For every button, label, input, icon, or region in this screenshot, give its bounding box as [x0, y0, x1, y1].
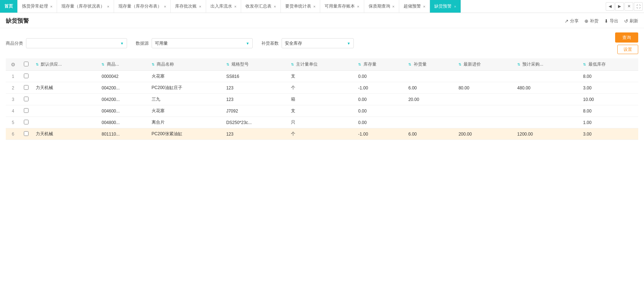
row-spec-5: DS250*23c...: [223, 117, 287, 128]
tab-inout[interactable]: 出入库流水 ×: [206, 0, 241, 13]
sort-icon-est: ⇅: [517, 62, 520, 66]
row-stock-2: -1.00: [354, 82, 405, 94]
col-replenish-qty[interactable]: ⇅ 补货量: [405, 58, 455, 71]
export-btn[interactable]: ⬇ 导出: [604, 18, 618, 24]
row-product-code-1: 0000042: [98, 71, 148, 82]
row-select-5[interactable]: [24, 120, 29, 124]
row-checkbox-6[interactable]: [20, 128, 32, 140]
refresh-btn[interactable]: ↺ 刷新: [624, 18, 638, 24]
row-min-stock-3: 10.00: [579, 94, 638, 105]
gear-icon[interactable]: ⚙: [11, 62, 16, 67]
col-stock[interactable]: ⇅ 库存量: [354, 58, 405, 71]
tab-order-stat-close[interactable]: ×: [313, 4, 316, 9]
row-min-stock-4: 8.00: [579, 105, 638, 117]
tab-unusual-close[interactable]: ×: [50, 4, 52, 9]
tab-inv-status[interactable]: 现存量（库存状况表） ×: [57, 0, 114, 13]
tab-avail-ledger[interactable]: 可用量库存账本 ×: [320, 0, 364, 13]
replenish-btn[interactable]: ⊕ 补货: [584, 18, 599, 24]
share-btn[interactable]: ↗ 分享: [565, 18, 579, 24]
tab-overstock-close[interactable]: ×: [423, 4, 425, 9]
sort-icon-code: ⇅: [101, 62, 104, 66]
tab-inv-dist[interactable]: 现存量（库存分布表） ×: [114, 0, 171, 13]
sort-icon-unit: ⇅: [291, 62, 294, 66]
row-select-2[interactable]: [24, 85, 29, 90]
row-checkbox-2[interactable]: [20, 82, 32, 94]
row-select-3[interactable]: [24, 97, 29, 101]
row-checkbox-1[interactable]: [20, 71, 32, 82]
row-supplier-3: [32, 94, 98, 105]
page-header: 缺货预警 ↗ 分享 ⊕ 补货 ⬇ 导出 ↺ 刷新: [0, 13, 644, 28]
row-min-stock-1: 8.00: [579, 71, 638, 82]
tab-avail-ledger-close[interactable]: ×: [357, 4, 359, 9]
share-label: 分享: [570, 18, 579, 24]
row-unit-4: 支: [287, 105, 354, 117]
replenish-base-dropdown-icon: ▼: [347, 41, 351, 45]
category-select[interactable]: ▼: [26, 38, 127, 48]
tab-expiry-close[interactable]: ×: [392, 4, 395, 9]
col-est-purchase[interactable]: ⇅ 预计采购...: [514, 58, 579, 71]
tab-collect[interactable]: 收发存汇总表 ×: [241, 0, 280, 13]
sort-icon-price: ⇅: [458, 62, 461, 66]
row-spec-3: 123: [223, 94, 287, 105]
tab-scroll-left-btn[interactable]: ◀: [606, 2, 614, 11]
settings-button[interactable]: 设置: [617, 45, 638, 54]
row-stock-6: -1.00: [354, 128, 405, 140]
col-supplier[interactable]: ⇅ 默认供应...: [32, 58, 98, 71]
replenish-label: 补货: [590, 18, 599, 24]
select-all-checkbox[interactable]: [24, 62, 29, 66]
tab-scroll-right-btn[interactable]: ▶: [615, 2, 624, 11]
replenish-base-value: 安全库存: [285, 40, 302, 47]
sort-icon-spec: ⇅: [226, 62, 229, 66]
tab-inout-close[interactable]: ×: [234, 4, 236, 9]
row-spec-6: 123: [223, 128, 287, 140]
table-row: 2 力天机械 004200... PC200油缸庄子 123 个 -1.00 6…: [6, 82, 638, 94]
datasource-select[interactable]: 可用量 ▼: [152, 38, 253, 48]
row-supplier-4: [32, 105, 98, 117]
tab-batch[interactable]: 库存批次账 ×: [171, 0, 206, 13]
tab-fullscreen-btn[interactable]: ⛶: [634, 2, 643, 11]
col-latest-price[interactable]: ⇅ 最新进价: [455, 58, 514, 71]
col-unit[interactable]: ⇅ 主计量单位: [287, 58, 354, 71]
tab-unusual-label: 拣货异常处理: [22, 3, 48, 9]
tab-shortage[interactable]: 缺货预警 ×: [430, 0, 461, 13]
row-replenish-qty-3: 20.00: [405, 94, 455, 105]
page-title: 缺货预警: [6, 17, 29, 25]
tab-home[interactable]: 首页: [0, 0, 18, 13]
row-checkbox-5[interactable]: [20, 117, 32, 128]
row-select-6[interactable]: [24, 131, 29, 136]
tab-close-btn[interactable]: ✕: [625, 2, 633, 11]
tab-shortage-close[interactable]: ×: [454, 4, 456, 9]
row-est-purchase-6: 1200.00: [514, 128, 579, 140]
row-checkbox-4[interactable]: [20, 105, 32, 117]
tab-order-stat[interactable]: 要货单统计表 ×: [281, 0, 320, 13]
tab-expiry[interactable]: 保质期查询 ×: [364, 0, 399, 13]
tab-unusual[interactable]: 拣货异常处理 ×: [18, 0, 57, 13]
row-product-name-5: 离合片: [148, 117, 223, 128]
row-supplier-1: [32, 71, 98, 82]
row-checkbox-3[interactable]: [20, 94, 32, 105]
row-num-1: 1: [6, 71, 20, 82]
query-button[interactable]: 查询: [615, 32, 638, 43]
row-stock-1: 0.00: [354, 71, 405, 82]
row-select-1[interactable]: [24, 74, 29, 78]
tab-collect-close[interactable]: ×: [274, 4, 276, 9]
col-product-name[interactable]: ⇅ 商品名称: [148, 58, 223, 71]
row-product-code-5: 004800...: [98, 117, 148, 128]
row-spec-2: 123: [223, 82, 287, 94]
row-min-stock-6: 3.00: [579, 128, 638, 140]
row-latest-price-4: [455, 105, 514, 117]
datasource-dropdown-icon: ▼: [246, 41, 249, 45]
tab-inv-dist-close[interactable]: ×: [164, 4, 166, 9]
tab-overstock[interactable]: 超储预警 ×: [399, 0, 430, 13]
col-min-stock[interactable]: ⇅ 最低库存: [579, 58, 638, 71]
col-product-code[interactable]: ⇅ 商品...: [98, 58, 148, 71]
tab-inv-status-close[interactable]: ×: [107, 4, 109, 9]
sort-icon-supplier: ⇅: [36, 62, 39, 66]
row-latest-price-6: 200.00: [455, 128, 514, 140]
sort-icon-stock: ⇅: [358, 62, 361, 66]
tab-batch-close[interactable]: ×: [199, 4, 201, 9]
row-select-4[interactable]: [24, 108, 29, 113]
col-spec[interactable]: ⇅ 规格型号: [223, 58, 287, 71]
replenish-base-select[interactable]: 安全库存 ▼: [282, 38, 354, 48]
col-gear[interactable]: ⚙: [6, 58, 20, 71]
